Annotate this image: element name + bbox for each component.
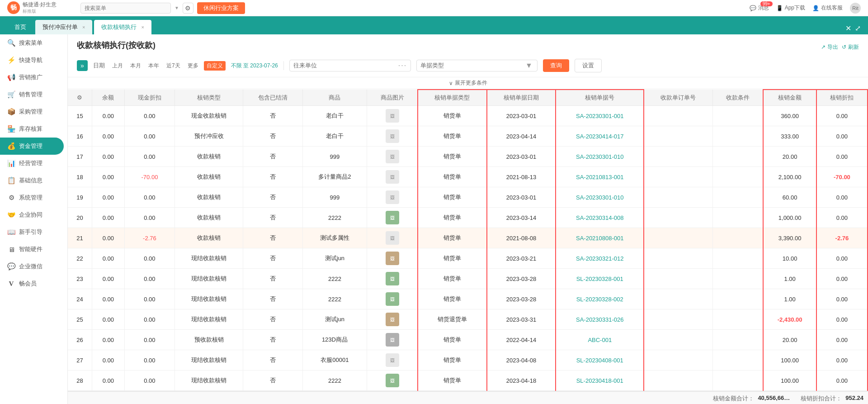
bill-no-link[interactable]: SL-20230408-001 [576, 357, 623, 364]
table-row: 18 0.00 -70.00 收款核销 否 多计量商品2 🖼 销货单 2021-… [68, 167, 868, 187]
cell-balance: 0.00 [92, 187, 124, 208]
expand-more-button[interactable]: ∨ 展开更多条件 [449, 79, 487, 87]
cell-vbd: 2023-04-08 [487, 350, 556, 371]
column-settings-button[interactable]: 设置 [575, 59, 602, 72]
cell-vd: 0.00 [816, 248, 868, 269]
cell-goods-img: 🖼 [367, 309, 418, 330]
cell-vbn: ABC-001 [556, 330, 644, 350]
sidebar-item-sales[interactable]: 🛒 销售管理 [0, 86, 67, 103]
sales-icon: 🛒 [7, 90, 15, 99]
date-more-btn[interactable]: 更多 [186, 61, 200, 71]
bill-no-link[interactable]: SA-20210808-001 [576, 235, 624, 242]
cell-cash-discount: -2.76 [124, 228, 175, 248]
bill-no-link[interactable]: SA-20230301-010 [576, 153, 624, 160]
tab-home[interactable]: 首页 [7, 20, 33, 34]
sidebar-item-funds[interactable]: 💰 资金管理 [0, 138, 64, 155]
message-notification[interactable]: 💬 消息 99+ [750, 4, 769, 12]
bill-no-link[interactable]: SA-20230331-026 [576, 316, 624, 323]
sidebar-item-hardware[interactable]: 🖥 智能硬件 [0, 241, 67, 258]
goods-image: 🖼 [386, 109, 399, 123]
sidebar-item-system[interactable]: ⚙ 系统管理 [0, 189, 67, 206]
cell-id: 19 [68, 187, 92, 208]
bill-no-link[interactable]: SL-20230328-002 [576, 296, 623, 303]
cell-cash-discount: 0.00 [124, 147, 175, 167]
receipt-type-input[interactable] [447, 62, 523, 69]
sidebar-item-collab[interactable]: 🤝 企业协同 [0, 206, 67, 223]
refresh-button[interactable]: ↺ 刷新 [842, 43, 859, 51]
system-icon: ⚙ [7, 194, 15, 202]
date-7days-btn[interactable]: 近7天 [165, 61, 182, 71]
bill-no-link[interactable]: SA-20230414-017 [576, 133, 624, 140]
table-container[interactable]: ⚙ 余额 现金折扣 核销类型 包含已结清 商品 商品图片 核销单据类型 核销单据… [68, 89, 868, 404]
goods-image: 🖼 [386, 374, 399, 387]
sidebar-item-wechat[interactable]: 💬 企业微信 [0, 258, 67, 275]
cell-va: 20.00 [763, 330, 816, 350]
app-logo: 畅 畅捷通·好生意 标推版 [7, 1, 75, 14]
bill-no-link[interactable]: ABC-001 [588, 337, 612, 343]
sidebar-item-purchase[interactable]: 📦 采购管理 [0, 103, 67, 120]
bill-no-link[interactable]: SL-20230418-001 [576, 377, 623, 384]
date-last-month-btn[interactable]: 上月 [110, 61, 125, 71]
cell-id: 21 [68, 228, 92, 248]
sidebar-item-search[interactable]: 🔍 搜索菜单 [0, 34, 67, 52]
cell-goods: 老白干 [302, 106, 367, 126]
window-close-button[interactable]: ✕ [845, 24, 851, 33]
bill-no-link[interactable]: SA-20210813-001 [576, 174, 624, 181]
bill-no-link[interactable]: SL-20230328-001 [576, 276, 623, 282]
cell-goods: 衣服00001 [302, 350, 367, 371]
footer-amount-label: 核销金额合计： [713, 394, 754, 403]
cell-included: 否 [243, 147, 302, 167]
col-header-goods-img: 商品图片 [367, 90, 418, 106]
cell-vbn: SA-20210813-001 [556, 167, 644, 187]
expand-filter-button[interactable]: » [77, 60, 88, 71]
date-this-month-btn[interactable]: 本月 [128, 61, 143, 71]
date-custom-btn[interactable]: 自定义 [204, 61, 226, 71]
bill-no-link[interactable]: SA-20230301-010 [576, 194, 624, 201]
sidebar-item-quicknav[interactable]: ⚡ 快捷导航 [0, 52, 67, 69]
cell-ron [644, 228, 712, 248]
window-maximize-button[interactable]: ⤢ [855, 24, 861, 33]
sidebar-label-quicknav: 快捷导航 [19, 56, 42, 64]
sidebar-item-marketing[interactable]: 📢 营销推广 [0, 69, 67, 86]
cell-vd: 0.00 [816, 147, 868, 167]
collab-icon: 🤝 [7, 211, 15, 219]
cell-balance: 0.00 [92, 289, 124, 309]
receipt-type-dots-icon: ▼ [525, 62, 533, 70]
sidebar-item-member[interactable]: V 畅会员 [0, 275, 67, 292]
date-this-year-btn[interactable]: 本年 [146, 61, 161, 71]
sidebar-item-inventory[interactable]: 🏪 库存核算 [0, 120, 67, 138]
counterpart-input[interactable] [320, 62, 396, 69]
industry-solution-button[interactable]: 休闲行业方案 [197, 2, 245, 14]
cell-va: 333.00 [763, 126, 816, 147]
tab-verify-close[interactable]: × [141, 24, 144, 30]
cell-rc [712, 147, 763, 167]
app-download-link[interactable]: 📱 App下载 [776, 4, 805, 12]
bill-no-link[interactable]: SA-20230314-008 [576, 214, 624, 221]
sidebar-item-guide[interactable]: 📖 新手引导 [0, 223, 67, 241]
cell-verify-type: 收款核销 [175, 228, 243, 248]
col-header-included: 包含已结清 [243, 90, 302, 106]
search-input[interactable] [80, 3, 171, 14]
goods-image: 🖼 [386, 190, 399, 204]
sidebar-label-basic-info: 基础信息 [19, 176, 42, 185]
cell-va: 20.00 [763, 147, 816, 167]
cell-goods: 多计量商品2 [302, 167, 367, 187]
bill-no-link[interactable]: SA-20230321-012 [576, 255, 624, 262]
cell-verify-type: 现结收款核销 [175, 269, 243, 289]
bill-no-link[interactable]: SA-20230301-001 [576, 113, 624, 119]
cell-vbn: SA-20230301-010 [556, 147, 644, 167]
online-service-link[interactable]: 👤 在线客服 [812, 4, 843, 12]
tab-prepay[interactable]: 预付冲应付单 × [35, 20, 92, 34]
logo-icon: 畅 [7, 1, 20, 14]
sidebar-item-basic-info[interactable]: 📋 基础信息 [0, 172, 67, 189]
user-avatar[interactable]: Rit [850, 3, 861, 14]
wechat-icon: 💬 [7, 262, 15, 271]
cell-balance: 0.00 [92, 126, 124, 147]
sidebar-item-operations[interactable]: 📊 经营管理 [0, 155, 67, 172]
settings-gear-button[interactable]: ⚙ [183, 3, 193, 14]
tab-prepay-close[interactable]: × [82, 24, 85, 30]
query-button[interactable]: 查询 [543, 59, 569, 72]
tab-verify[interactable]: 收款核销执行 × [94, 20, 151, 34]
export-button[interactable]: ↗ 导出 [821, 43, 838, 51]
cell-included: 否 [243, 269, 302, 289]
